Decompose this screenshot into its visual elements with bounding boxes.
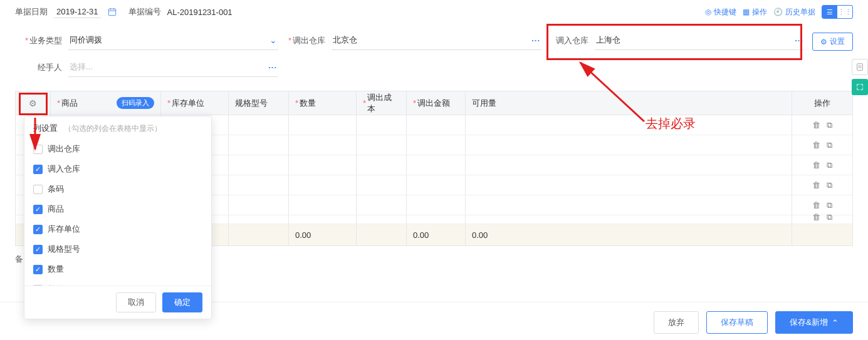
biz-type-select[interactable]: 同价调拨 ⌄ xyxy=(68,31,278,50)
view-list-icon[interactable]: ☰ xyxy=(822,6,837,18)
checkbox[interactable] xyxy=(33,285,43,286)
row-actions: 🗑⧉ xyxy=(792,155,852,175)
cell[interactable] xyxy=(357,175,407,195)
save-new-button[interactable]: 保存&新增 ⌃ xyxy=(775,311,853,334)
cell[interactable] xyxy=(289,115,357,135)
cell[interactable] xyxy=(466,115,792,135)
column-checkbox-row[interactable]: ✓规格型号 xyxy=(33,239,206,259)
col-product: *商品 扫码录入 xyxy=(51,91,161,115)
popover-title: 列设置 xyxy=(33,123,58,133)
cell[interactable] xyxy=(229,195,289,215)
cell[interactable] xyxy=(289,135,357,155)
biz-type-label: *业务类型 xyxy=(15,35,68,46)
date-value[interactable]: 2019-12-31 xyxy=(54,6,101,18)
cell[interactable] xyxy=(407,175,466,195)
copy-icon[interactable]: ⧉ xyxy=(827,160,832,170)
copy-icon[interactable]: ⧉ xyxy=(827,200,832,210)
cell[interactable] xyxy=(407,195,466,215)
view-toggle[interactable]: ☰ ⋮⋮ xyxy=(822,5,853,19)
form-row-1: *业务类型 同价调拨 ⌄ *调出仓库 北京仓 ··· 调入仓库 上海仓 ··· xyxy=(0,23,868,55)
save-draft-button[interactable]: 保存草稿 xyxy=(706,311,768,334)
col-cost: *调出成本 xyxy=(357,91,407,115)
popover-hint: （勾选的列会在表格中显示） xyxy=(64,124,162,133)
cell[interactable] xyxy=(357,135,407,155)
copy-icon[interactable]: ⧉ xyxy=(827,140,832,150)
history-link[interactable]: 🕘 历史单据 xyxy=(773,7,815,18)
delete-icon[interactable]: 🗑 xyxy=(812,212,820,222)
column-settings-button[interactable]: ⚙ xyxy=(16,91,51,115)
form-row-2: 经手人 选择... ··· xyxy=(0,55,868,82)
scan-input-badge[interactable]: 扫码录入 xyxy=(117,97,154,109)
cell[interactable] xyxy=(229,175,289,195)
side-doc-button[interactable] xyxy=(852,59,868,75)
checkbox-label: 规格型号 xyxy=(48,244,80,255)
cell[interactable] xyxy=(466,155,792,175)
copy-icon[interactable]: ⧉ xyxy=(827,212,832,222)
cell[interactable] xyxy=(466,135,792,155)
settings-button[interactable]: ⚙ 设置 xyxy=(812,33,853,51)
biz-type-field: *业务类型 同价调拨 ⌄ xyxy=(15,31,278,50)
cell[interactable] xyxy=(407,115,466,135)
chevron-up-icon: ⌃ xyxy=(832,318,839,327)
ok-button[interactable]: 确定 xyxy=(162,292,202,312)
operate-link[interactable]: ▦ 操作 xyxy=(743,7,767,18)
side-expand-button[interactable] xyxy=(852,79,868,95)
cell[interactable] xyxy=(229,135,289,155)
delete-icon[interactable]: 🗑 xyxy=(812,180,820,190)
column-checkbox-row[interactable]: ✓商品 xyxy=(33,199,206,219)
delete-icon[interactable]: 🗑 xyxy=(812,140,820,150)
cell[interactable] xyxy=(357,155,407,175)
delete-icon[interactable]: 🗑 xyxy=(812,120,820,130)
history-label: 历史单据 xyxy=(785,7,815,18)
cell[interactable] xyxy=(289,155,357,175)
delete-icon[interactable]: 🗑 xyxy=(812,200,820,210)
cancel-button[interactable]: 取消 xyxy=(116,292,156,312)
cell[interactable] xyxy=(357,195,407,215)
checkbox[interactable]: ✓ xyxy=(33,265,43,274)
gear-icon: ⚙ xyxy=(820,38,827,46)
cell[interactable] xyxy=(229,115,289,135)
popover-footer: 取消 确定 xyxy=(24,286,211,319)
row-actions: 🗑⧉ xyxy=(792,175,852,195)
handler-select[interactable]: 选择... ··· xyxy=(68,58,278,77)
column-checkbox-row[interactable]: 条码 xyxy=(33,179,206,199)
column-checkbox-row[interactable]: ✓库存单位 xyxy=(33,219,206,239)
checkbox[interactable]: ✓ xyxy=(33,205,43,214)
copy-icon[interactable]: ⧉ xyxy=(827,120,832,130)
col-qty: *数量 xyxy=(289,91,357,115)
copy-icon[interactable]: ⧉ xyxy=(827,180,832,190)
shortcut-link[interactable]: ◎ 快捷键 xyxy=(705,7,736,18)
calendar-icon[interactable] xyxy=(107,7,117,17)
column-checkbox-row[interactable]: 调出仓库 xyxy=(33,139,206,159)
checkbox[interactable]: ✓ xyxy=(33,245,43,254)
biz-type-value: 同价调拨 xyxy=(70,34,102,46)
cell[interactable] xyxy=(466,195,792,215)
column-checkbox-row[interactable]: ✓调入仓库 xyxy=(33,159,206,179)
cell[interactable] xyxy=(357,115,407,135)
cell[interactable] xyxy=(229,155,289,175)
cell[interactable] xyxy=(466,175,792,195)
checkbox[interactable]: ✓ xyxy=(33,225,43,234)
discard-button[interactable]: 放弃 xyxy=(654,311,699,334)
out-warehouse-select[interactable]: 北京仓 ··· xyxy=(332,31,541,50)
cell[interactable] xyxy=(407,135,466,155)
column-checkbox-row[interactable]: ✓数量 xyxy=(33,259,206,279)
table-header: ⚙ *商品 扫码录入 *库存单位 规格型号 *数量 *调出成本 *调出金额 可用… xyxy=(16,91,852,115)
cell[interactable] xyxy=(407,155,466,175)
in-warehouse-select[interactable]: 上海仓 ··· xyxy=(595,31,805,50)
col-unit-label: 库存单位 xyxy=(172,98,204,109)
view-grid-icon[interactable]: ⋮⋮ xyxy=(837,6,852,18)
popover-body[interactable]: 调出仓库✓调入仓库条码✓商品✓库存单位✓规格型号✓数量单位2 xyxy=(24,138,211,286)
checkbox[interactable]: ✓ xyxy=(33,165,43,174)
checkbox[interactable] xyxy=(33,145,43,154)
column-checkbox-row[interactable]: 单位2 xyxy=(33,279,206,286)
target-icon: ◎ xyxy=(705,8,711,16)
cell[interactable] xyxy=(289,175,357,195)
checkbox[interactable] xyxy=(33,185,43,194)
checkbox-label: 调出仓库 xyxy=(48,143,80,155)
delete-icon[interactable]: 🗑 xyxy=(812,160,820,170)
cell[interactable] xyxy=(289,195,357,215)
in-warehouse-field: 调入仓库 上海仓 ··· xyxy=(541,31,805,50)
in-warehouse-value: 上海仓 xyxy=(596,34,620,46)
col-product-label: 商品 xyxy=(61,98,78,109)
